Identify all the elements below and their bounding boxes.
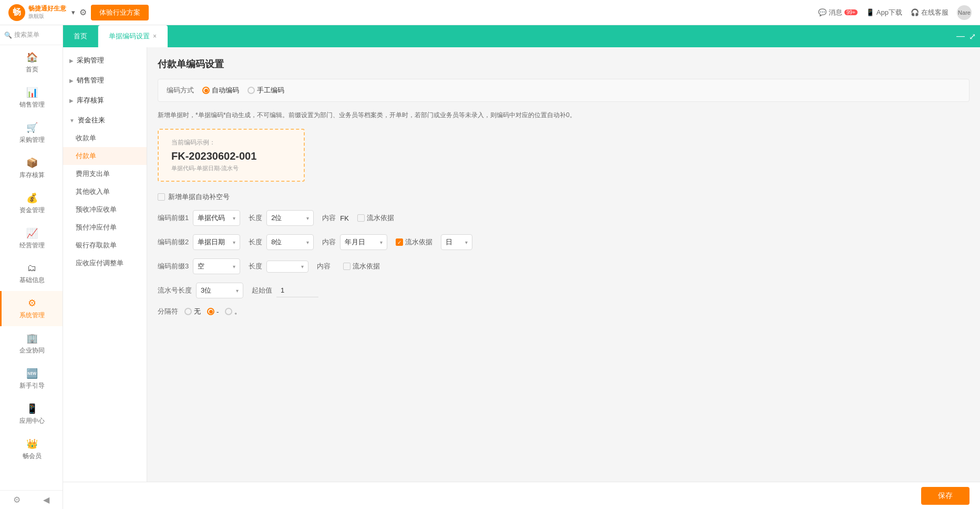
app-download-label: App下载 [876,8,902,17]
sidebar-item-member[interactable]: 👑 畅会员 [0,432,63,467]
sep-dash-radio[interactable]: - [207,308,219,316]
sidebar-item-guide-label: 新手引导 [19,381,45,390]
tab-close-icon[interactable]: × [153,33,157,40]
operation-icon: 📈 [26,227,38,239]
serial-length-value: 3位 [201,286,211,295]
message-badge: 99+ [844,9,858,15]
sidebar-item-inventory[interactable]: 📦 库存核算 [0,151,63,186]
sidebar-item-sales[interactable]: 📊 销售管理 [0,80,63,116]
sidebar-item-apps[interactable]: 📱 应用中心 [0,397,63,432]
waterflow2-checkbox[interactable]: ✓ [396,238,403,246]
separator-row: 分隔符 无 - 。 [158,307,969,316]
section-inventory: ▶ 库存核算 [63,91,147,109]
length2-value: 8位 [271,237,282,247]
waterflow3-checkbox[interactable] [343,263,350,270]
sidebar-item-operation[interactable]: 📈 经营管理 [0,221,63,256]
sidebar-item-inventory-label: 库存核算 [19,171,45,180]
tab-home-label: 首页 [74,32,87,41]
start-value-input[interactable] [276,284,318,297]
content2-arrow-icon: ▾ [380,240,383,245]
sidebar-item-bank-deposit[interactable]: 银行存取款单 [63,236,147,254]
two-column-layout: ▶ 采购管理 ▶ 销售管理 ▶ 库存核算 [63,47,980,482]
sep-dot-label: 。 [234,307,241,316]
dropdown-arrow-icon[interactable]: ▾ [71,8,75,16]
sidebar-item-advance-receivable[interactable]: 预收冲应收单 [63,201,147,219]
sidebar-item-basic[interactable]: 🗂 基础信息 [0,256,63,291]
waterflow3-item[interactable]: 流水依据 [343,262,380,271]
top-bar-right: 💬 消息 99+ 📱 App下载 🎧 在线客服 Nare [818,5,972,20]
manual-encoding-radio[interactable]: 手工编码 [247,86,284,95]
search-icon: 🔍 [4,32,12,39]
section-sales-header[interactable]: ▶ 销售管理 [63,71,147,89]
window-minimize-icon[interactable]: — [956,32,965,41]
auto-encoding-radio[interactable]: 自动编码 [202,86,239,95]
auto-radio-circle [202,87,210,94]
online-service-button[interactable]: 🎧 在线客服 [911,8,948,17]
sidebar-item-adjustment[interactable]: 应收应付调整单 [63,254,147,272]
length3-select[interactable]: ▾ [266,261,308,273]
code-preview-label: 当前编码示例： [171,138,291,147]
expand-icon-purchase: ▶ [69,58,74,64]
sidebar-item-finance[interactable]: 💰 资金管理 [0,186,63,221]
sidebar-item-receipt[interactable]: 收款单 [63,129,147,147]
prefix1-label: 编码前缀1 [158,213,189,223]
sidebar-item-guide[interactable]: 🆕 新手引导 [0,361,63,397]
auto-fill-checkbox[interactable] [158,193,165,201]
code-preview-box: 当前编码示例： FK-20230602-001 单据代码-单据日期-流水号 [158,129,305,182]
waterflow1-checkbox[interactable] [357,214,365,222]
window-maximize-icon[interactable]: ⤢ [969,32,976,41]
sep-none-radio[interactable]: 无 [184,307,201,316]
section-capital: ▼ 资金往来 收款单 付款单 费用支出单 其他收入单 预收冲应收单 预付冲应付单… [63,111,147,272]
sidebar-item-enterprise[interactable]: 🏢 企业协同 [0,326,63,361]
serial-length-arrow-icon: ▾ [236,288,239,294]
length1-select[interactable]: 2位 ▾ [266,210,314,226]
save-button[interactable]: 保存 [921,487,969,505]
logo-sub: 旗舰版 [28,13,66,20]
finance-icon: 💰 [26,192,38,204]
waterflow2-item[interactable]: ✓ 流水依据 [396,237,432,247]
sidebar-item-advance-payable[interactable]: 预付冲应付单 [63,219,147,236]
section-capital-header[interactable]: ▼ 资金往来 [63,111,147,129]
length3-arrow-icon: ▾ [301,264,304,269]
user-avatar[interactable]: Nare [957,5,972,20]
content3-label: 内容 [317,262,331,271]
content1-field: 内容 FK [322,213,349,223]
sidebar-item-home[interactable]: 🏠 首页 [0,45,63,80]
sidebar-item-system[interactable]: ⚙ 系统管理 [0,291,63,326]
content1-label: 内容 [322,213,336,223]
settings-icon[interactable]: ⚙ [79,7,87,17]
sep-dash-circle [207,308,214,315]
sidebar-item-payment[interactable]: 付款单 [63,147,147,165]
sidebar-item-expense[interactable]: 费用支出单 [63,165,147,183]
trial-button[interactable]: 体验行业方案 [91,5,149,20]
waterflow2-period-select[interactable]: 日 ▾ [441,234,472,250]
prefix3-select[interactable]: 空 ▾ [193,258,240,274]
sep-dot-radio[interactable]: 。 [225,307,241,316]
content2-select[interactable]: 年月日 ▾ [340,234,387,250]
sidebar-search[interactable]: 🔍 搜索菜单 [0,25,63,45]
section-purchase-header[interactable]: ▶ 采购管理 [63,51,147,69]
bottom-bar: 保存 [63,482,980,509]
sidebar-collapse-icon[interactable]: ◀ [43,495,49,505]
serial-length-select[interactable]: 3位 ▾ [196,283,243,298]
waterflow1-item[interactable]: 流水依据 [357,213,394,223]
service-icon: 🎧 [911,8,919,16]
apps-icon: 📱 [26,403,38,414]
section-inventory-header[interactable]: ▶ 库存核算 [63,91,147,109]
tab-encoding-settings[interactable]: 单据编码设置 × [98,25,168,47]
info-text: 新增单据时，*单据编码*自动生成，不可编辑。前缀设置为部门、业务员等档案类，开单… [158,110,969,120]
tab-home[interactable]: 首页 [63,25,98,47]
length2-select[interactable]: 8位 ▾ [266,234,314,250]
sidebar-item-purchase[interactable]: 🛒 采购管理 [0,116,63,151]
auto-encoding-label: 自动编码 [212,86,239,95]
expand-icon-inventory: ▶ [69,98,74,103]
message-icon: 💬 [818,8,827,16]
app-download-button[interactable]: 📱 App下载 [866,8,902,17]
message-button[interactable]: 💬 消息 99+ [818,8,858,17]
prefix2-select[interactable]: 单据日期 ▾ [193,234,240,250]
prefix1-select[interactable]: 单据代码 ▾ [193,210,240,226]
sidebar-item-other-income[interactable]: 其他收入单 [63,183,147,201]
sidebar-settings-icon[interactable]: ⚙ [13,495,20,505]
tab-bar-actions: — ⤢ [952,25,980,47]
content2-value: 年月日 [345,237,365,247]
